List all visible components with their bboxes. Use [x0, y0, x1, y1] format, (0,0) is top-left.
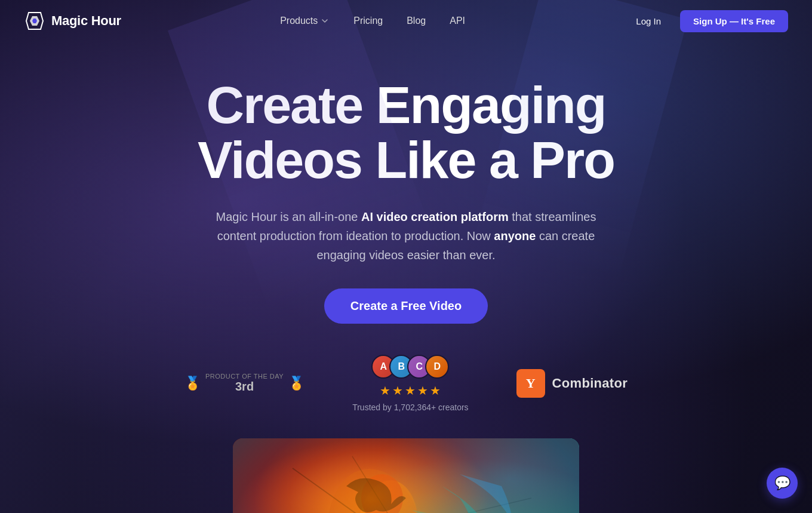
star-4: ★ — [417, 383, 428, 398]
navbar: Magic Hour Products Pricing Blog API Log… — [0, 0, 812, 42]
yc-name: Combinator — [552, 376, 628, 391]
star-5: ★ — [430, 383, 441, 398]
art-overlay — [233, 438, 579, 513]
nav-blog[interactable]: Blog — [397, 11, 435, 31]
login-button[interactable]: Log In — [624, 11, 673, 32]
nav-products[interactable]: Products — [270, 11, 339, 31]
star-3: ★ — [405, 383, 416, 398]
signup-button[interactable]: Sign Up — It's Free — [680, 10, 788, 32]
ph-rank: 3rd — [205, 380, 284, 394]
hero-title: Create Engaging Videos Like a Pro — [198, 78, 614, 188]
product-hunt-badge: 🏅 Product of the day 3rd 🏅 — [184, 373, 304, 394]
star-2: ★ — [392, 383, 403, 398]
avatar-4: D — [425, 355, 449, 379]
star-1: ★ — [380, 383, 390, 398]
ph-label: Product of the day — [205, 373, 284, 380]
cta-button[interactable]: Create a Free Video — [324, 288, 488, 324]
hero-subtitle: Magic Hour is an all-in-one AI video cre… — [197, 207, 615, 265]
ph-laurel-right: 🏅 — [288, 376, 304, 391]
avatar-row: A B C D — [371, 355, 449, 379]
ycombinator-badge: Y Combinator — [516, 369, 628, 398]
ph-laurel-left: 🏅 — [184, 376, 201, 391]
logo-text: Magic Hour — [51, 13, 121, 29]
ph-badge-content: Product of the day 3rd — [205, 373, 284, 394]
hero-section: Create Engaging Videos Like a Pro Magic … — [0, 42, 812, 513]
nav-api[interactable]: API — [440, 11, 475, 31]
nav-center: Products Pricing Blog API — [270, 11, 475, 31]
social-proof-row: 🏅 Product of the day 3rd 🏅 A B C D ★ ★ ★… — [137, 355, 675, 412]
video-preview-inner — [233, 438, 579, 513]
chat-button[interactable]: 💬 — [767, 468, 798, 499]
ratings-block: A B C D ★ ★ ★ ★ ★ Trusted by 1,702,364+ … — [352, 355, 468, 412]
logo-icon — [24, 10, 45, 32]
star-rating: ★ ★ ★ ★ ★ — [380, 383, 441, 398]
logo-link[interactable]: Magic Hour — [24, 10, 121, 32]
video-preview[interactable] — [233, 438, 579, 513]
chevron-down-icon — [320, 16, 330, 26]
nav-pricing[interactable]: Pricing — [344, 11, 392, 31]
ph-badge-inner: 🏅 Product of the day 3rd 🏅 — [184, 373, 304, 394]
yc-logo: Y — [516, 369, 545, 398]
chat-icon: 💬 — [774, 475, 791, 491]
nav-right: Log In Sign Up — It's Free — [624, 10, 788, 32]
trusted-text: Trusted by 1,702,364+ creators — [352, 403, 468, 412]
